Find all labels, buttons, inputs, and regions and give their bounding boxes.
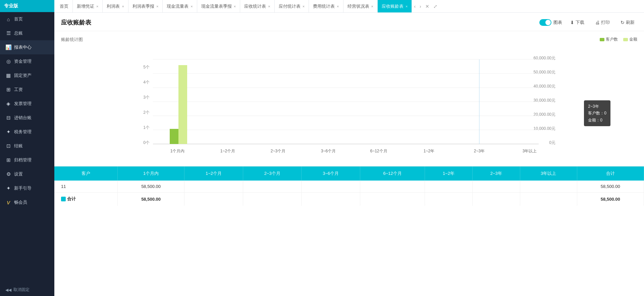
tab-profit[interactable]: 利润表 × xyxy=(103,0,128,13)
tab-profit-q-close[interactable]: × xyxy=(156,4,158,8)
download-label: 下载 xyxy=(576,19,584,26)
tab-profit-q[interactable]: 利润表季报 × xyxy=(128,0,163,13)
tab-expand[interactable]: ⤢ xyxy=(431,0,439,13)
svg-text:20,000.00元: 20,000.00元 xyxy=(534,112,555,117)
sidebar-item-invoice[interactable]: ◈ 发票管理 xyxy=(0,97,54,111)
tab-cashflow-q-label: 现金流量表季报 xyxy=(201,3,232,9)
svg-text:4个: 4个 xyxy=(143,80,150,85)
sidebar-item-label: 归档管理 xyxy=(14,157,32,163)
sidebar-item-home[interactable]: ⌂ 首页 xyxy=(0,12,54,26)
table-row: 11 58,500.00 58,500.00 xyxy=(54,181,644,193)
footer-label: 合计 xyxy=(54,193,117,206)
footer-y23 xyxy=(472,193,520,206)
footer-m23 xyxy=(243,193,302,206)
tab-ap-stat-close[interactable]: × xyxy=(303,4,305,8)
tab-profit-q-label: 利润表季报 xyxy=(132,3,154,9)
svg-text:0元: 0元 xyxy=(549,140,555,145)
tab-cashflow-q-close[interactable]: × xyxy=(234,4,236,8)
reports-icon: 📊 xyxy=(5,44,11,50)
cell-m1: 58,500.00 xyxy=(117,181,184,193)
refresh-label: 刷新 xyxy=(626,19,635,26)
gear-icon: ⚙ xyxy=(5,171,11,177)
print-button[interactable]: 🖨 打印 xyxy=(592,18,612,27)
svg-text:2~3个月: 2~3个月 xyxy=(271,149,285,153)
cell-m12 xyxy=(184,181,243,193)
sidebar-item-archive[interactable]: ⊞ 归档管理 xyxy=(0,153,54,167)
tab-ap-stat[interactable]: 应付统计表 × xyxy=(275,0,309,13)
refresh-button[interactable]: ↻ 刷新 xyxy=(618,18,637,27)
tab-biz-close[interactable]: × xyxy=(371,4,373,8)
col-m36: 3~6个月 xyxy=(302,166,360,181)
tab-voucher-label: 新增凭证 xyxy=(77,3,94,9)
sidebar-collapse-btn[interactable]: ◀◀ 取消固定 xyxy=(0,284,54,296)
tab-profit-close[interactable]: × xyxy=(122,4,124,8)
tab-ar-age[interactable]: 应收账龄表 × xyxy=(378,0,412,13)
tab-profit-label: 利润表 xyxy=(107,3,120,9)
toggle-label: 图表 xyxy=(553,19,562,26)
tab-ar-stat-label: 应收统计表 xyxy=(244,3,266,9)
tab-cashflow-q[interactable]: 现金流量表季报 × xyxy=(197,0,240,13)
tab-cashflow-close[interactable]: × xyxy=(191,4,193,8)
svg-text:5个: 5个 xyxy=(143,65,150,69)
col-y3plus: 3年以上 xyxy=(520,166,577,181)
sidebar-item-ledger[interactable]: ☰ 总账 xyxy=(0,26,54,40)
download-button[interactable]: ⬇ 下载 xyxy=(568,18,587,27)
capital-icon: ◎ xyxy=(5,58,11,64)
cell-m23 xyxy=(243,181,302,193)
main-content: 首页 新增凭证 × 利润表 × 利润表季报 × 现金流量表 × 现金流量表季报 … xyxy=(54,0,644,296)
tab-voucher-close[interactable]: × xyxy=(96,4,98,8)
tab-ap-stat-label: 应付统计表 xyxy=(279,3,301,9)
sidebar-item-settings[interactable]: ⚙ 设置 xyxy=(0,167,54,181)
footer-m12 xyxy=(184,193,243,206)
tab-home[interactable]: 首页 xyxy=(56,0,73,13)
tax-icon: ✦ xyxy=(5,129,11,135)
page-content: 应收账龄表 图表 ⬇ 下载 🖨 打印 ↻ 刷新 xyxy=(54,13,644,296)
sidebar-item-salary[interactable]: ⊞ 工资 xyxy=(0,83,54,97)
sidebar-item-label: 报表中心 xyxy=(14,44,32,50)
tab-cashflow-label: 现金流量表 xyxy=(167,3,189,9)
home-icon: ⌂ xyxy=(5,16,11,22)
sidebar-item-label: 资金管理 xyxy=(14,58,32,64)
tab-scroll-left[interactable]: ‹ xyxy=(412,0,418,13)
sidebar-item-vip[interactable]: V 畅会员 xyxy=(0,195,54,209)
tab-biz-label: 经营状况表 xyxy=(347,3,369,9)
footer-label-text: 合计 xyxy=(67,196,76,202)
sidebar-item-label: 结账 xyxy=(14,143,23,149)
salary-icon: ⊞ xyxy=(5,87,11,93)
toggle-track[interactable] xyxy=(539,19,551,26)
sidebar-item-reports[interactable]: 📊 报表中心 xyxy=(0,40,54,54)
tab-ar-stat-close[interactable]: × xyxy=(268,4,270,8)
sidebar-logo: 专业版 xyxy=(0,0,54,12)
col-m1: 1个月内 xyxy=(117,166,184,181)
sidebar-item-guide[interactable]: ✦ 新手引导 xyxy=(0,181,54,195)
archive-icon: ⊞ xyxy=(5,157,11,163)
svg-text:50,000.00元: 50,000.00元 xyxy=(534,70,555,75)
col-y23: 2~3年 xyxy=(472,166,520,181)
sidebar-item-close[interactable]: ⊡ 结账 xyxy=(0,139,54,153)
page-title: 应收账龄表 xyxy=(61,18,91,27)
tab-expense-close[interactable]: × xyxy=(337,4,339,8)
tab-voucher[interactable]: 新增凭证 × xyxy=(73,0,103,13)
tab-scroll-right[interactable]: › xyxy=(418,0,423,13)
sidebar-item-assets[interactable]: ▦ 固定资产 xyxy=(0,68,54,83)
tab-ar-age-close[interactable]: × xyxy=(406,4,408,8)
tab-expense[interactable]: 费用统计表 × xyxy=(309,0,343,13)
tab-cashflow[interactable]: 现金流量表 × xyxy=(163,0,197,13)
cell-y12 xyxy=(425,181,473,193)
sidebar-item-label: 税务管理 xyxy=(14,129,32,135)
sidebar-item-label: 首页 xyxy=(14,16,23,22)
sidebar-item-tax[interactable]: ✦ 税务管理 xyxy=(0,125,54,139)
svg-text:30,000.00元: 30,000.00元 xyxy=(534,98,555,103)
footer-m36 xyxy=(302,193,360,206)
sidebar-item-capital[interactable]: ◎ 资金管理 xyxy=(0,54,54,68)
col-m23: 2~3个月 xyxy=(243,166,302,181)
chart-toggle[interactable]: 图表 xyxy=(539,19,562,26)
tab-close-all[interactable]: ✕ xyxy=(423,0,431,13)
col-y12: 1~2年 xyxy=(425,166,473,181)
tab-ar-stat[interactable]: 应收统计表 × xyxy=(240,0,274,13)
tab-biz[interactable]: 经营状况表 × xyxy=(343,0,378,13)
print-label: 打印 xyxy=(601,19,610,26)
sidebar-item-stock[interactable]: ⊟ 进销台账 xyxy=(0,111,54,125)
svg-text:10,000.00元: 10,000.00元 xyxy=(534,126,555,131)
sidebar-item-label: 总账 xyxy=(14,30,23,36)
